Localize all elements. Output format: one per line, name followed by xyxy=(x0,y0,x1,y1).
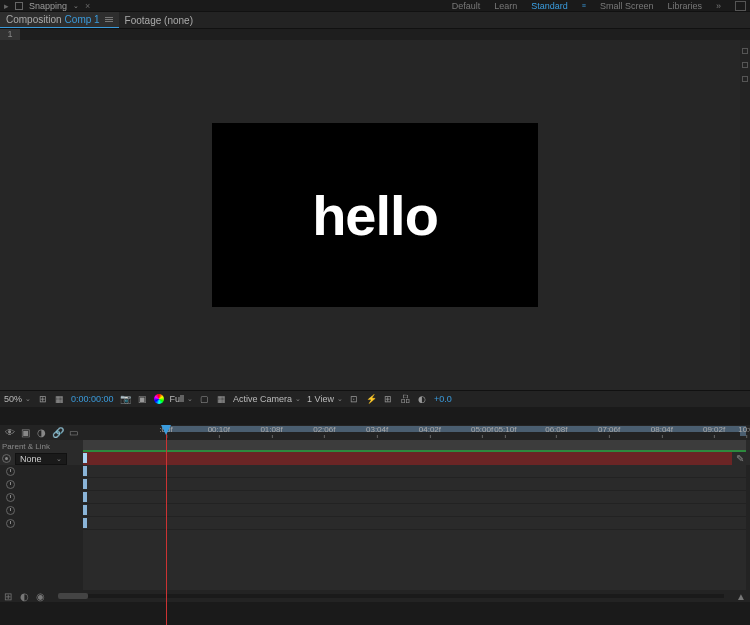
property-track[interactable] xyxy=(83,504,746,517)
time-tick[interactable]: 00:10f xyxy=(208,425,230,434)
property-track[interactable] xyxy=(83,465,746,478)
timeline-footer: ⊞ ◐ ◉ ▲ xyxy=(0,590,750,602)
timeline-icon[interactable]: ⊞ xyxy=(383,394,394,405)
search-icon[interactable] xyxy=(735,1,746,11)
workspace-menu-chevron-icon[interactable]: ≡ xyxy=(582,2,586,9)
snapping-close-icon[interactable]: × xyxy=(85,1,90,11)
panel-divider[interactable] xyxy=(0,407,750,425)
keyframe-marker[interactable] xyxy=(83,505,87,515)
property-row[interactable] xyxy=(0,504,750,517)
property-row[interactable] xyxy=(0,478,750,491)
composition-viewer[interactable]: hello xyxy=(0,40,750,390)
workspace-overflow-icon[interactable]: » xyxy=(716,1,721,11)
flowchart-icon[interactable]: 品 xyxy=(400,394,411,405)
keyframe-marker[interactable] xyxy=(83,492,87,502)
modes-icon[interactable]: ◑ xyxy=(36,427,47,438)
layer-row[interactable]: None ⌄ ✎ xyxy=(0,452,750,465)
snapshot-icon[interactable]: 📷 xyxy=(120,394,131,405)
resolution-toggle-icon[interactable]: ⊞ xyxy=(37,394,48,405)
layer-start-handle[interactable] xyxy=(83,453,87,463)
top-workspace-bar: ▸ Snapping ⌄ × Default Learn Standard ≡ … xyxy=(0,0,750,12)
time-tick[interactable]: 02:06f xyxy=(313,425,335,434)
views-value: 1 View xyxy=(307,394,334,404)
workspace-default[interactable]: Default xyxy=(452,1,481,11)
color-management-icon[interactable] xyxy=(154,394,164,404)
composition-tab[interactable]: Composition Comp 1 xyxy=(0,12,119,28)
time-tick[interactable]: 08:04f xyxy=(651,425,673,434)
pickwhip-icon[interactable] xyxy=(2,454,11,463)
pixel-aspect-icon[interactable]: ⊡ xyxy=(349,394,360,405)
workspace-small-screen[interactable]: Small Screen xyxy=(600,1,654,11)
property-track[interactable] xyxy=(83,517,746,530)
footage-tab-label: Footage (none) xyxy=(125,15,193,26)
views-dropdown[interactable]: 1 View ⌄ xyxy=(307,394,343,404)
time-tick[interactable]: 04:02f xyxy=(419,425,441,434)
time-tick[interactable]: 03:04f xyxy=(366,425,388,434)
property-row[interactable] xyxy=(0,517,750,530)
side-tool-2-icon[interactable] xyxy=(742,62,748,68)
stopwatch-icon[interactable] xyxy=(6,493,15,502)
stopwatch-icon[interactable] xyxy=(6,467,15,476)
footage-tab[interactable]: Footage (none) xyxy=(119,12,199,28)
property-track[interactable] xyxy=(83,491,746,504)
layer-switches-icon[interactable]: ▣ xyxy=(20,427,31,438)
magnification-dropdown[interactable]: 50% ⌄ xyxy=(4,394,31,404)
zoom-mountain-icon[interactable]: ▲ xyxy=(736,591,746,601)
stopwatch-icon[interactable] xyxy=(6,506,15,515)
viewer-footer: 50% ⌄ ⊞ ▦ 0:00:00:00 📷 ▣ Full ⌄ ▢ ▦ Acti… xyxy=(0,390,750,407)
app-menu-icon[interactable]: ▸ xyxy=(4,1,9,11)
composition-canvas[interactable]: hello xyxy=(212,123,538,307)
workspace-learn[interactable]: Learn xyxy=(494,1,517,11)
workspace-libraries[interactable]: Libraries xyxy=(667,1,702,11)
property-row[interactable] xyxy=(0,465,750,478)
snapping-chevron-icon[interactable]: ⌄ xyxy=(73,2,79,10)
keyframe-marker[interactable] xyxy=(83,479,87,489)
reset-exposure-icon[interactable]: ◐ xyxy=(417,394,428,405)
shy-layers-icon[interactable]: 👁 xyxy=(4,427,15,438)
stopwatch-icon[interactable] xyxy=(6,519,15,528)
side-tool-3-icon[interactable] xyxy=(742,76,748,82)
zoom-slider-handle[interactable] xyxy=(58,593,88,599)
layer-duration-bar[interactable] xyxy=(83,440,746,452)
tab-menu-icon[interactable] xyxy=(105,17,113,22)
time-tick[interactable]: 01:08f xyxy=(260,425,282,434)
transparency-grid-icon[interactable]: ▦ xyxy=(216,394,227,405)
parent-pick-icon[interactable]: 🔗 xyxy=(52,427,63,438)
keyframe-marker[interactable] xyxy=(83,466,87,476)
composition-name: Comp 1 xyxy=(65,14,100,25)
toggle-switches-icon[interactable]: ⊞ xyxy=(4,591,14,601)
parent-dropdown[interactable]: None ⌄ xyxy=(15,453,67,465)
time-tick[interactable]: 05:10f xyxy=(494,425,516,434)
chevron-down-icon: ⌄ xyxy=(56,455,62,463)
time-tick[interactable]: 06:08f xyxy=(545,425,567,434)
resolution-dropdown[interactable]: Full ⌄ xyxy=(170,394,194,404)
frame-blend-icon[interactable]: ◐ xyxy=(20,591,30,601)
timeline-track-area[interactable] xyxy=(83,530,746,590)
time-ruler[interactable]: :00f00:10f01:08f02:06f03:04f04:02f05:00f… xyxy=(166,425,746,440)
roi-icon[interactable]: ▢ xyxy=(199,394,210,405)
property-row[interactable] xyxy=(0,491,750,504)
layer-bar[interactable] xyxy=(83,452,732,465)
stopwatch-icon[interactable] xyxy=(6,480,15,489)
timeline-zoom-slider[interactable] xyxy=(58,594,724,598)
time-tick[interactable]: 05:00f xyxy=(471,425,493,434)
snapping-checkbox[interactable] xyxy=(15,2,23,10)
canvas-text-layer[interactable]: hello xyxy=(312,183,438,248)
side-tool-1-icon[interactable] xyxy=(742,48,748,54)
time-tick[interactable]: 07:06f xyxy=(598,425,620,434)
grid-toggle-icon[interactable]: ▦ xyxy=(54,394,65,405)
workspace-standard[interactable]: Standard xyxy=(531,1,568,11)
property-track[interactable] xyxy=(83,478,746,491)
camera-dropdown[interactable]: Active Camera ⌄ xyxy=(233,394,301,404)
motion-blur-icon[interactable]: ◉ xyxy=(36,591,46,601)
in-out-icon[interactable]: ▭ xyxy=(68,427,79,438)
resolution-value: Full xyxy=(170,394,185,404)
exposure-value[interactable]: +0.0 xyxy=(434,394,452,404)
graph-editor-icon[interactable]: ✎ xyxy=(736,453,748,465)
time-tick[interactable]: 09:02f xyxy=(703,425,725,434)
time-tick[interactable]: 10:0 xyxy=(738,425,750,434)
fast-preview-icon[interactable]: ⚡ xyxy=(366,394,377,405)
keyframe-marker[interactable] xyxy=(83,518,87,528)
show-snapshot-icon[interactable]: ▣ xyxy=(137,394,148,405)
current-timecode[interactable]: 0:00:00:00 xyxy=(71,394,114,404)
